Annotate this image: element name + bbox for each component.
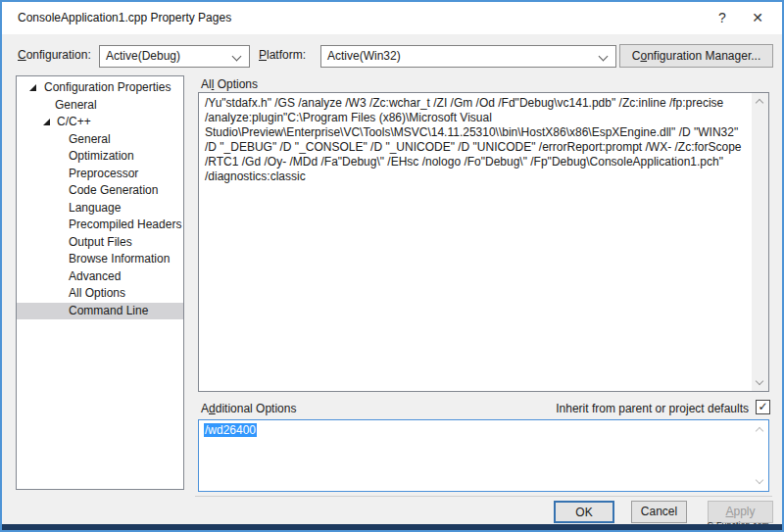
property-tree: Configuration Properties General C/C++ G… [16,75,184,490]
tree-item-output-files[interactable]: Output Files [17,234,183,252]
close-icon[interactable]: ✕ [745,6,770,29]
all-options-textarea[interactable]: /Yu"stdafx.h" /GS /analyze /W3 /Zc:wchar… [198,92,769,392]
chevron-down-icon [599,52,609,62]
inherit-defaults-checkbox[interactable]: ✓ [756,400,770,414]
tree-item-language[interactable]: Language [17,200,183,218]
scroll-down-icon[interactable] [756,476,763,484]
additional-options-label: Additional Options [201,402,296,415]
inherit-defaults-label: Inherit from parent or project defaults [556,402,749,415]
scroll-up-icon[interactable] [756,99,763,107]
configuration-dropdown[interactable]: Active(Debug) [99,45,250,68]
ok-button[interactable]: OK [554,501,614,523]
tree-item-general[interactable]: General [17,97,183,115]
tree-item-configuration-properties[interactable]: Configuration Properties [17,79,183,97]
tree-item-advanced[interactable]: Advanced [17,268,183,286]
all-options-text: /Yu"stdafx.h" /GS /analyze /W3 /Zc:wchar… [199,93,752,391]
tree-item-cpp-general[interactable]: General [17,131,183,149]
additional-options-textarea[interactable]: /wd26400 [198,419,769,492]
property-pages-dialog: ConsoleApplication1.cpp Property Pages ?… [0,0,784,532]
bottom-strip [2,524,782,530]
chevron-down-icon [232,52,242,62]
additional-options-text: /wd26400 [199,420,768,437]
checkmark-icon: ✓ [758,400,767,413]
all-options-label: All Options [201,77,258,91]
configuration-manager-button[interactable]: Configuration Manager... [619,44,773,68]
platform-label: Platform: [259,48,306,62]
footer-separator [195,496,772,497]
page-title: ConsoleApplication1.cpp Property Pages [18,11,231,24]
configuration-dropdown-value: Active(Debug) [106,49,180,63]
tree-item-preprocessor[interactable]: Preprocessor [17,166,183,183]
scroll-down-icon[interactable] [756,377,763,385]
tree-item-c-cpp[interactable]: C/C++ [17,114,183,131]
cancel-button[interactable]: Cancel [631,501,687,523]
configuration-label: Configuration: [18,48,91,62]
selected-text: /wd26400 [204,423,257,437]
title-bar: ConsoleApplication1.cpp Property Pages ?… [2,2,782,34]
platform-dropdown[interactable]: Active(Win32) [320,45,616,68]
platform-dropdown-value: Active(Win32) [327,49,401,63]
tree-item-all-options[interactable]: All Options [17,285,183,303]
tree-item-precompiled-headers[interactable]: Precompiled Headers [17,217,183,234]
help-icon[interactable]: ? [710,6,735,29]
tree-item-command-line[interactable]: Command Line [17,303,183,320]
vertical-scrollbar[interactable] [752,93,768,391]
tree-item-code-generation[interactable]: Code Generation [17,182,183,200]
tree-item-browse-information[interactable]: Browse Information [17,251,183,268]
tree-expanded-icon[interactable] [29,84,36,91]
tree-item-optimization[interactable]: Optimization [17,148,183,166]
tree-expanded-icon[interactable] [43,119,50,125]
